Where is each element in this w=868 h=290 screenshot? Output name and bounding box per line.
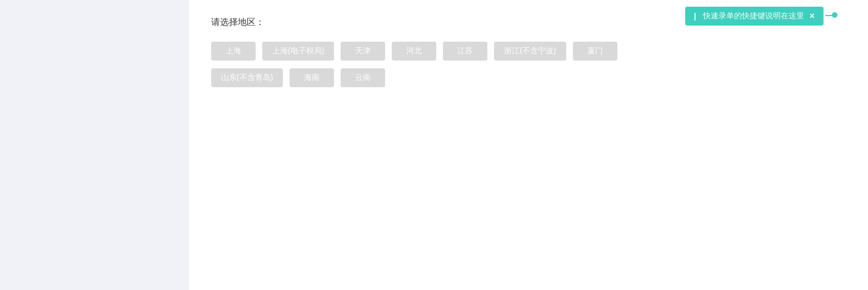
region-button-xiamen[interactable]: 厦门	[573, 42, 617, 61]
tooltip-banner: 快速录单的快捷键说明在这里 ×	[685, 7, 824, 26]
region-button-tianjin[interactable]: 天津	[341, 42, 385, 61]
region-button-jiangsu[interactable]: 江苏	[443, 42, 487, 61]
region-button-hainan[interactable]: 海南	[290, 68, 334, 87]
region-row-0: 上海上海(电子税局)天津河北江苏浙江(不含宁波)厦门	[211, 42, 846, 61]
tooltip-close-button[interactable]: ×	[810, 12, 815, 21]
region-button-yunnan[interactable]: 云南	[341, 68, 385, 87]
region-button-shandong[interactable]: 山东(不含青岛)	[211, 68, 283, 87]
tooltip-dot	[832, 12, 837, 18]
region-button-shanghai[interactable]: 上海	[211, 42, 256, 61]
region-buttons-container: 上海上海(电子税局)天津河北江苏浙江(不含宁波)厦门山东(不含青岛)海南云南	[211, 42, 846, 87]
region-row-1: 山东(不含青岛)海南云南	[211, 68, 846, 87]
region-button-zhejiang[interactable]: 浙江(不含宁波)	[494, 42, 566, 61]
main-content: 请选择地区： 上海上海(电子税局)天津河北江苏浙江(不含宁波)厦门山东(不含青岛…	[189, 0, 868, 290]
left-sidebar	[0, 0, 189, 290]
region-button-shanghai-etax[interactable]: 上海(电子税局)	[262, 42, 334, 61]
tooltip-text: 快速录单的快捷键说明在这里	[703, 11, 804, 21]
region-button-hebei[interactable]: 河北	[392, 42, 436, 61]
